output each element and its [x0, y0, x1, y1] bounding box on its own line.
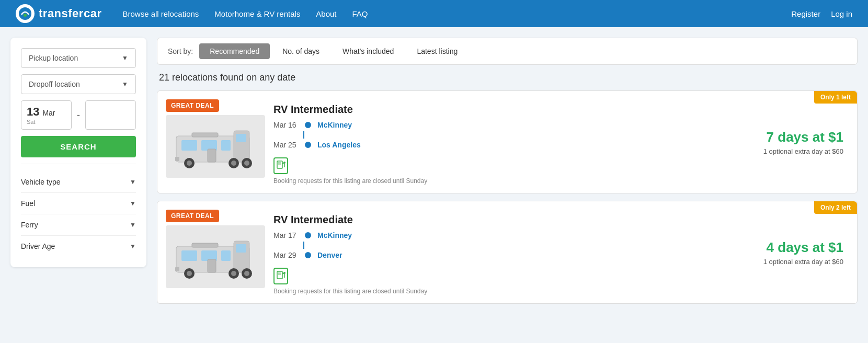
svg-rect-8	[208, 149, 216, 162]
sort-tab-no-of-days[interactable]: No. of days	[272, 43, 330, 59]
listing-title: RV Intermediate	[273, 104, 725, 116]
svg-rect-38	[278, 272, 281, 275]
register-link[interactable]: Register	[791, 9, 820, 18]
pickup-location-dropdown[interactable]: Pickup location ▼	[21, 48, 136, 68]
svg-rect-27	[236, 244, 246, 253]
date-row: 13 Mar Sat -	[21, 100, 136, 130]
logo-icon	[16, 4, 35, 23]
rv-image	[166, 115, 265, 178]
rv-image	[166, 225, 265, 288]
route-to-dots	[305, 252, 311, 258]
route-to-dot	[305, 142, 311, 148]
svg-point-14	[244, 161, 249, 166]
logo-text: transfercar	[39, 7, 101, 20]
ferry-filter[interactable]: Ferry ▼	[21, 214, 136, 236]
great-deal-badge: GREAT DEAL	[166, 99, 219, 112]
vehicle-type-filter[interactable]: Vehicle type ▼	[21, 172, 136, 193]
login-link[interactable]: Log in	[831, 9, 852, 18]
listing-info: RV Intermediate Mar 16 McKinney	[273, 99, 725, 185]
price-sub: 1 optional extra day at $60	[734, 258, 843, 266]
dropoff-location-dropdown[interactable]: Dropoff location ▼	[21, 74, 136, 94]
listing-card: GREAT DEAL Only 2 left	[157, 201, 858, 304]
fuel-included-icon	[273, 268, 288, 284]
route-to-date: Mar 25	[273, 141, 299, 149]
filter-section: Vehicle type ▼ Fuel ▼ Ferry ▼ Driver Age…	[21, 164, 136, 257]
svg-point-1	[24, 14, 27, 17]
only-left-badge: Only 2 left	[814, 201, 857, 214]
sort-bar: Sort by: Recommended No. of days What's …	[157, 38, 858, 65]
nav-browse[interactable]: Browse all relocations	[122, 9, 199, 18]
dropoff-chevron-icon: ▼	[122, 81, 128, 88]
fuel-filter[interactable]: Fuel ▼	[21, 193, 136, 214]
route-dots	[305, 122, 311, 128]
fuel-included-icon	[273, 157, 288, 174]
svg-point-40	[283, 272, 285, 274]
nav-about[interactable]: About	[316, 9, 336, 18]
sidebar: Pickup location ▼ Dropoff location ▼ 13 …	[10, 38, 146, 267]
driver-age-filter[interactable]: Driver Age ▼	[21, 236, 136, 257]
price-main: 7 days at $1	[734, 129, 843, 145]
listing-price: 7 days at $1 1 optional extra day at $60	[734, 129, 849, 155]
sort-tab-recommended[interactable]: Recommended	[199, 43, 270, 59]
svg-rect-36	[192, 243, 218, 247]
route-from-date: Mar 16	[273, 121, 299, 129]
price-main: 4 days at $1	[734, 239, 843, 256]
date-to-picker[interactable]	[85, 100, 136, 130]
fuel-chevron-icon: ▼	[130, 200, 136, 207]
route-from-city[interactable]: McKinney	[317, 121, 352, 129]
header-auth: Register Log in	[791, 9, 852, 18]
svg-rect-28	[208, 259, 216, 272]
route-from-dot	[305, 232, 311, 238]
svg-rect-35	[175, 267, 179, 271]
svg-rect-4	[181, 140, 197, 151]
nav-rv-rentals[interactable]: Motorhome & RV rentals	[214, 9, 300, 18]
svg-point-34	[244, 271, 249, 276]
listing-title: RV Intermediate	[273, 214, 725, 226]
sort-by-label: Sort by:	[168, 47, 193, 55]
route-to-row: Mar 25 Los Angeles	[273, 141, 725, 149]
svg-rect-7	[236, 134, 246, 142]
listing-price: 4 days at $1 1 optional extra day at $60	[734, 239, 849, 266]
driver-age-chevron-icon: ▼	[130, 243, 136, 250]
logo: transfercar	[16, 4, 101, 23]
svg-rect-6	[221, 140, 231, 151]
vehicle-type-chevron-icon: ▼	[130, 178, 136, 186]
results-count: 21 relocations found on any date	[157, 72, 858, 83]
only-left-badge: Only 1 left	[814, 91, 857, 104]
sort-tab-whats-included[interactable]: What's included	[332, 43, 404, 59]
date-from-picker[interactable]: 13 Mar Sat	[21, 100, 72, 130]
route-from-dot	[305, 122, 311, 128]
route-to-dots	[305, 142, 311, 148]
sort-tabs: Recommended No. of days What's included …	[199, 43, 468, 59]
svg-point-10	[187, 161, 192, 166]
route-from-city[interactable]: McKinney	[317, 231, 352, 239]
svg-point-30	[187, 271, 192, 276]
content-area: Sort by: Recommended No. of days What's …	[146, 38, 858, 311]
route: Mar 16 McKinney Mar 25	[273, 121, 725, 149]
route-from-date: Mar 17	[273, 231, 299, 239]
svg-rect-18	[278, 162, 281, 165]
svg-rect-26	[221, 250, 231, 261]
route-to-city[interactable]: Los Angeles	[317, 141, 361, 149]
sort-tab-latest-listing[interactable]: Latest listing	[406, 43, 468, 59]
route: Mar 17 McKinney Mar 29	[273, 231, 725, 259]
main-container: Pickup location ▼ Dropoff location ▼ 13 …	[0, 27, 868, 322]
search-button[interactable]: SEARCH	[21, 136, 136, 157]
svg-point-12	[231, 161, 236, 166]
route-to-city[interactable]: Denver	[317, 251, 342, 259]
svg-rect-24	[181, 250, 197, 261]
nav-faq[interactable]: FAQ	[352, 9, 368, 18]
header-left: transfercar Browse all relocations Motor…	[16, 4, 368, 23]
listing-info: RV Intermediate Mar 17 McKinney	[273, 210, 725, 295]
great-deal-badge: GREAT DEAL	[166, 210, 219, 222]
route-dots	[305, 232, 311, 238]
header: transfercar Browse all relocations Motor…	[0, 0, 868, 27]
svg-rect-15	[175, 157, 179, 161]
svg-point-20	[283, 162, 285, 164]
booking-note: Booking requests for this listing are cl…	[273, 177, 725, 185]
main-nav: Browse all relocations Motorhome & RV re…	[122, 9, 368, 18]
svg-point-32	[231, 271, 236, 276]
svg-rect-16	[192, 133, 218, 137]
ferry-chevron-icon: ▼	[130, 221, 136, 228]
route-to-row: Mar 29 Denver	[273, 251, 725, 259]
